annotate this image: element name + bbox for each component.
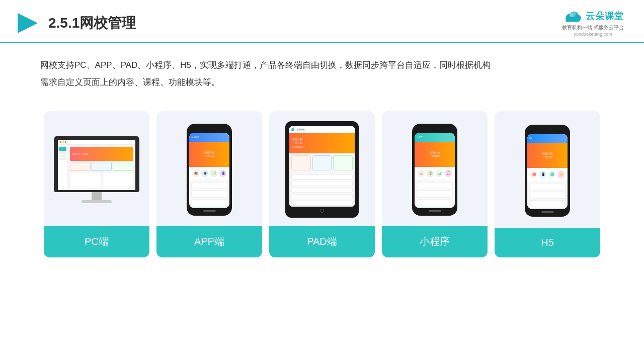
card-label-miniapp: 小程序 bbox=[382, 226, 488, 257]
logo-text: 云朵课堂 bbox=[586, 10, 624, 22]
card-image-pad: 云朵课堂 职通人的一堂好课多终端学习 bbox=[269, 111, 375, 226]
card-image-h5: H5 职通人的一堂好课 🎯 📱 🌐 ⭐ bbox=[495, 111, 600, 228]
logo-tagline: 教育机构一站 式服务云平台 bbox=[562, 24, 624, 31]
header: 2.5.1网校管理 云朵课堂 教育机构一站 式服务云平台 yunduoketan… bbox=[0, 0, 644, 43]
cloud-icon bbox=[562, 9, 583, 23]
svg-point-6 bbox=[570, 14, 573, 17]
card-app: 云朵课堂 职通人的一堂好课 📚 🎓 📝 👤 bbox=[156, 111, 262, 257]
description-line2: 需求自定义页面上的内容、课程、功能模块等。 bbox=[40, 74, 604, 91]
logo-tagline-line1: 教育机构一站 bbox=[562, 25, 592, 30]
card-image-miniapp: 小程序 职通人的一堂好课 📖 🏆 📊 💬 bbox=[382, 111, 488, 226]
logo-cloud: 云朵课堂 bbox=[562, 9, 624, 23]
card-pc: 职通人的一堂好课 bbox=[44, 111, 149, 257]
header-left: 2.5.1网校管理 bbox=[15, 11, 136, 36]
logo-area: 云朵课堂 教育机构一站 式服务云平台 yunduoketang.com bbox=[562, 9, 624, 37]
svg-rect-4 bbox=[566, 18, 579, 22]
phone-mockup-app: 云朵课堂 职通人的一堂好课 📚 🎓 📝 👤 bbox=[187, 124, 232, 216]
pc-monitor-icon: 职通人的一堂好课 bbox=[54, 136, 139, 203]
card-h5: H5 职通人的一堂好课 🎯 📱 🌐 ⭐ bbox=[495, 111, 600, 257]
play-icon bbox=[15, 11, 40, 36]
description: 网校支持PC、APP、PAD、小程序、H5，实现多端打通，产品各终端自由切换，数… bbox=[0, 43, 644, 96]
phone-mockup-h5: H5 职通人的一堂好课 🎯 📱 🌐 ⭐ bbox=[525, 125, 570, 217]
card-miniapp: 小程序 职通人的一堂好课 📖 🏆 📊 💬 bbox=[382, 111, 488, 257]
card-label-app: APP端 bbox=[156, 226, 262, 257]
phone-mockup-miniapp: 小程序 职通人的一堂好课 📖 🏆 📊 💬 bbox=[412, 124, 457, 216]
description-line1: 网校支持PC、APP、PAD、小程序、H5，实现多端打通，产品各终端自由切换，数… bbox=[40, 57, 604, 74]
card-label-pc: PC端 bbox=[44, 226, 149, 257]
card-image-app: 云朵课堂 职通人的一堂好课 📚 🎓 📝 👤 bbox=[156, 111, 262, 226]
card-label-h5: H5 bbox=[495, 228, 600, 257]
card-pad: 云朵课堂 职通人的一堂好课多终端学习 bbox=[269, 111, 375, 257]
card-image-pc: 职通人的一堂好课 bbox=[44, 111, 149, 226]
page-title: 2.5.1网校管理 bbox=[48, 14, 136, 33]
cards-container: 职通人的一堂好课 bbox=[0, 96, 644, 267]
logo-url: yunduoketang.com bbox=[574, 32, 612, 37]
pad-mockup-icon: 云朵课堂 职通人的一堂好课多终端学习 bbox=[285, 121, 359, 218]
svg-marker-0 bbox=[18, 13, 38, 33]
card-label-pad: PAD端 bbox=[269, 226, 375, 257]
logo-tagline-line2: 式服务云平台 bbox=[594, 25, 624, 30]
